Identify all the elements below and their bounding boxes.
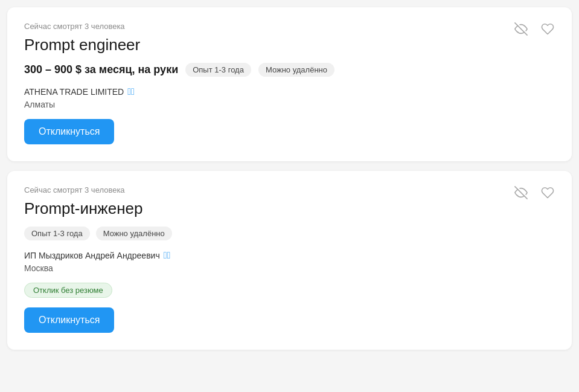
card-actions-1 — [511, 19, 557, 39]
heart-icon-1 — [541, 22, 554, 36]
eye-slash-icon-2 — [514, 186, 528, 199]
remote-tag-1: Можно удалённо — [258, 63, 334, 77]
job-card-2: Сейчас смотрят 3 человека Prompt-инженер… — [7, 171, 572, 350]
verified-icon-2: ✓⃝ — [164, 250, 171, 261]
city-2: Москва — [24, 263, 555, 273]
company-row-2: ИП Мыздриков Андрей Андреевич ✓⃝ — [24, 250, 555, 261]
company-name-1: ATHENA TRADE LIMITED — [24, 87, 124, 97]
city-1: Алматы — [24, 100, 555, 109]
job-card-1: Сейчас смотрят 3 человека Prompt enginee… — [7, 7, 572, 161]
favorite-button-2[interactable] — [538, 183, 557, 202]
company-row-1: ATHENA TRADE LIMITED ✓⃝ — [24, 86, 555, 97]
experience-tag-1: Опыт 1-3 года — [185, 63, 251, 77]
tags-row-2: Опыт 1-3 года Можно удалённо — [24, 227, 555, 240]
remote-tag-2: Можно удалённо — [96, 227, 172, 240]
eye-slash-icon-1 — [514, 22, 528, 36]
apply-button-2[interactable]: Откликнуться — [24, 307, 114, 333]
hide-button-1[interactable] — [511, 19, 531, 39]
experience-tag-2: Опыт 1-3 года — [24, 227, 90, 240]
apply-button-1[interactable]: Откликнуться — [24, 119, 114, 144]
hide-button-2[interactable] — [511, 183, 531, 202]
card-actions-2 — [511, 183, 557, 202]
viewers-2: Сейчас смотрят 3 человека — [24, 185, 555, 194]
salary-1: 300 – 900 $ за месяц, на руки — [24, 63, 178, 76]
viewers-1: Сейчас смотрят 3 человека — [24, 22, 555, 31]
favorite-button-1[interactable] — [538, 19, 557, 39]
job-title-2: Prompt-инженер — [24, 199, 555, 218]
heart-icon-2 — [541, 186, 554, 199]
company-name-2: ИП Мыздриков Андрей Андреевич — [24, 251, 160, 260]
verified-icon-1: ✓⃝ — [127, 86, 135, 97]
job-title-1: Prompt engineer — [24, 36, 555, 54]
salary-row-1: 300 – 900 $ за месяц, на руки Опыт 1-3 г… — [24, 63, 555, 77]
no-resume-badge: Отклик без резюме — [24, 283, 112, 298]
